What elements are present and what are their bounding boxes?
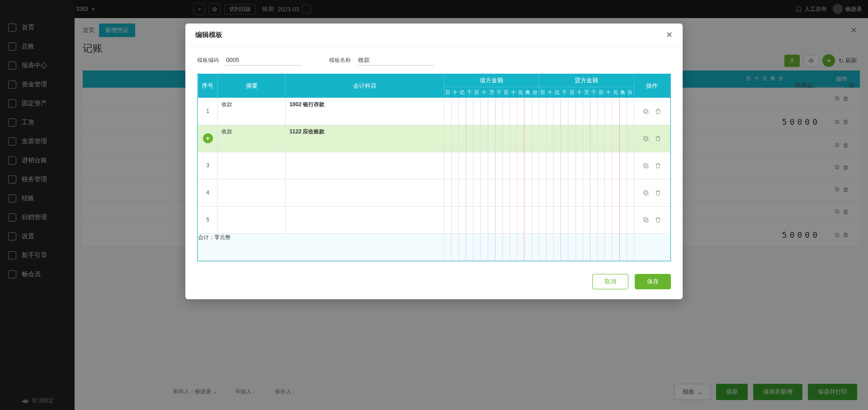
cell-seq: 3 bbox=[198, 152, 218, 179]
copy-icon[interactable] bbox=[642, 162, 649, 169]
unit-label: 角 bbox=[620, 89, 625, 96]
unit-label: 百 bbox=[540, 89, 545, 96]
template-name-input[interactable] bbox=[357, 55, 434, 66]
unit-label: 元 bbox=[613, 89, 618, 96]
unit-label: 亿 bbox=[460, 89, 465, 96]
unit-label: 千 bbox=[562, 89, 567, 96]
svg-rect-9 bbox=[644, 217, 647, 221]
cell-seq: 5 bbox=[198, 206, 218, 233]
th-credit: 贷方金额 bbox=[539, 74, 634, 87]
cell-subject[interactable]: 1002 银行存款 bbox=[286, 98, 444, 125]
cell-subject[interactable] bbox=[286, 152, 444, 179]
svg-rect-8 bbox=[645, 219, 648, 222]
unit-label: 千 bbox=[496, 89, 501, 96]
unit-label: 百 bbox=[504, 89, 509, 96]
svg-rect-4 bbox=[645, 165, 648, 168]
total-label: 合计：零元整 bbox=[198, 233, 444, 260]
unit-label: 十 bbox=[577, 89, 582, 96]
unit-label: 千 bbox=[591, 89, 596, 96]
unit-label: 万 bbox=[584, 89, 589, 96]
svg-rect-3 bbox=[644, 136, 647, 140]
cell-op bbox=[634, 206, 670, 233]
trash-icon[interactable] bbox=[655, 189, 661, 196]
unit-label: 千 bbox=[467, 89, 472, 96]
edit-template-modal: 编辑模板 ✕ 模板编码 模板名称 bbox=[185, 24, 683, 299]
modal-overlay: 编辑模板 ✕ 模板编码 模板名称 bbox=[0, 0, 868, 410]
copy-icon[interactable] bbox=[642, 135, 649, 142]
svg-rect-5 bbox=[644, 163, 647, 167]
th-op: 操作 bbox=[634, 74, 670, 98]
template-code-label: 模板编码 bbox=[197, 57, 219, 64]
cell-subject[interactable]: 1122 应收账款 bbox=[286, 125, 444, 152]
cell-summary[interactable] bbox=[218, 206, 286, 233]
trash-icon[interactable] bbox=[655, 162, 661, 169]
unit-label: 十 bbox=[481, 89, 486, 96]
add-row-button[interactable]: + bbox=[203, 133, 213, 143]
svg-rect-1 bbox=[644, 109, 647, 113]
cancel-button[interactable]: 取消 bbox=[592, 274, 628, 289]
template-row[interactable]: 1收款1002 银行存款 bbox=[198, 98, 670, 125]
cell-credit[interactable] bbox=[539, 179, 634, 206]
unit-label: 十 bbox=[511, 89, 516, 96]
cell-op bbox=[634, 125, 670, 152]
cell-seq: + bbox=[198, 125, 218, 152]
trash-icon[interactable] bbox=[655, 217, 661, 223]
copy-icon[interactable] bbox=[642, 108, 649, 115]
unit-label: 亿 bbox=[555, 89, 560, 96]
save-button[interactable]: 保存 bbox=[635, 274, 671, 289]
unit-label: 百 bbox=[599, 89, 604, 96]
unit-label: 分 bbox=[533, 89, 538, 96]
cell-summary[interactable]: 收款 bbox=[218, 125, 286, 152]
unit-label: 万 bbox=[489, 89, 494, 96]
unit-label: 分 bbox=[627, 89, 632, 96]
unit-label: 百 bbox=[445, 89, 450, 96]
template-row[interactable]: 3 bbox=[198, 152, 670, 179]
unit-label: 元 bbox=[518, 89, 523, 96]
unit-label: 十 bbox=[547, 89, 552, 96]
cell-seq: 1 bbox=[198, 98, 218, 125]
th-seq: 序号 bbox=[198, 74, 218, 98]
template-row[interactable]: 5 bbox=[198, 206, 670, 233]
cell-summary[interactable]: 收款 bbox=[218, 98, 286, 125]
svg-rect-0 bbox=[645, 110, 648, 114]
unit-label: 角 bbox=[525, 89, 530, 96]
unit-label: 百 bbox=[474, 89, 479, 96]
th-debit: 借方金额 bbox=[444, 74, 539, 87]
template-row[interactable]: +收款1122 应收账款 bbox=[198, 125, 670, 152]
copy-icon[interactable] bbox=[642, 217, 649, 223]
unit-label: 十 bbox=[453, 89, 458, 96]
cell-summary[interactable] bbox=[218, 152, 286, 179]
cell-subject[interactable] bbox=[286, 179, 444, 206]
cell-op bbox=[634, 152, 670, 179]
svg-rect-2 bbox=[645, 137, 648, 141]
unit-label: 百 bbox=[570, 89, 575, 96]
unit-label: 十 bbox=[606, 89, 611, 96]
cell-debit[interactable] bbox=[444, 125, 539, 152]
th-subject: 会计科目 bbox=[286, 74, 444, 98]
cell-credit[interactable] bbox=[539, 98, 634, 125]
trash-icon[interactable] bbox=[655, 108, 661, 115]
cell-credit[interactable] bbox=[539, 206, 634, 233]
template-table: 序号 摘要 会计科目 借方金额 贷方金额 操作 百 十 亿 千 百 十 万 千 … bbox=[197, 74, 671, 261]
template-row[interactable]: 4 bbox=[198, 179, 670, 206]
template-name-label: 模板名称 bbox=[329, 57, 351, 64]
cell-credit[interactable] bbox=[539, 152, 634, 179]
cell-op bbox=[634, 98, 670, 125]
svg-rect-6 bbox=[645, 192, 648, 195]
svg-rect-7 bbox=[644, 190, 647, 194]
cell-subject[interactable] bbox=[286, 206, 444, 233]
cell-op bbox=[634, 179, 670, 206]
cell-debit[interactable] bbox=[444, 179, 539, 206]
cell-debit[interactable] bbox=[444, 152, 539, 179]
cell-credit[interactable] bbox=[539, 125, 634, 152]
cell-debit[interactable] bbox=[444, 206, 539, 233]
template-code-input[interactable] bbox=[225, 55, 302, 66]
modal-close-button[interactable]: ✕ bbox=[666, 30, 673, 40]
copy-icon[interactable] bbox=[642, 189, 649, 196]
cell-debit[interactable] bbox=[444, 98, 539, 125]
trash-icon[interactable] bbox=[655, 135, 661, 142]
cell-seq: 4 bbox=[198, 179, 218, 206]
th-summary: 摘要 bbox=[218, 74, 286, 98]
cell-summary[interactable] bbox=[218, 179, 286, 206]
modal-title: 编辑模板 bbox=[195, 31, 222, 39]
